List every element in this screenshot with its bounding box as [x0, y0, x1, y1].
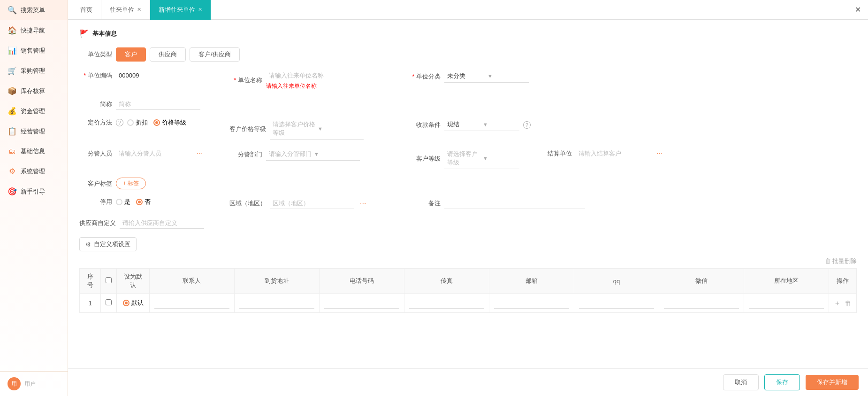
tab-new-counterpart[interactable]: 新增往来单位 ✕ [150, 0, 211, 20]
row-email[interactable] [489, 294, 574, 313]
delete-row-icon[interactable]: 🗑 [845, 299, 852, 307]
chevron-down-icon2: ▼ [318, 126, 361, 132]
sidebar: 🔍 搜索菜单 🏠 快捷导航 📊 销售管理 🛒 采购管理 📦 库存核算 💰 资金管… [0, 0, 68, 396]
customer-level-label: 客户等级 [408, 155, 441, 163]
pricing-discount[interactable]: 折扣 [127, 118, 148, 127]
sidebar-item-quick-nav[interactable]: 🏠 快捷导航 [0, 20, 68, 40]
settlement-more-button[interactable]: ··· [655, 149, 664, 158]
close-new-counterpart-tab[interactable]: ✕ [198, 7, 202, 13]
tab-home[interactable]: 首页 [72, 0, 101, 20]
settlement-input[interactable] [576, 148, 651, 159]
department-select[interactable]: 请输入分管部门 ▼ [266, 148, 360, 161]
unit-type-both[interactable]: 客户/供应商 [190, 47, 240, 62]
manager-row: 分管人员 ··· 分管部门 请输入分管部门 ▼ 客户等级 请选择客户等级 ▼ 结… [79, 148, 857, 169]
no-radio[interactable] [136, 199, 143, 205]
row-fax[interactable] [404, 294, 489, 313]
delete-icon: 🗑 [825, 257, 831, 264]
col-email: 邮箱 [489, 269, 574, 294]
cancel-button[interactable]: 取消 [723, 374, 759, 390]
yes-radio[interactable] [116, 199, 122, 205]
customer-price-placeholder: 请选择客户价格等级 [273, 120, 316, 137]
unit-type-label: 单位类型 [79, 50, 112, 59]
region-input[interactable] [270, 198, 354, 209]
col-address: 到货地址 [234, 269, 319, 294]
save-button[interactable]: 保存 [764, 374, 800, 390]
unit-type-field: 单位类型 客户 供应商 客户/供应商 [79, 47, 857, 62]
save-and-new-button[interactable]: 保存并新增 [806, 375, 859, 390]
abbreviation-input[interactable] [116, 99, 200, 110]
custom-settings-button[interactable]: ⚙ 自定义项设置 [79, 237, 137, 251]
sidebar-footer: 用 用户 [0, 371, 68, 396]
window-close-button[interactable]: ✕ [851, 3, 864, 16]
row-checkbox[interactable] [106, 299, 112, 305]
disabled-yes[interactable]: 是 [116, 198, 130, 206]
row-check[interactable] [101, 294, 117, 313]
unit-category-select[interactable]: 未分类 ▼ [444, 70, 529, 83]
disabled-no[interactable]: 否 [136, 198, 151, 206]
col-default: 设为默认 [117, 269, 150, 294]
unit-type-supplier[interactable]: 供应商 [150, 47, 186, 62]
flag-icon: 🚩 [79, 29, 89, 38]
sidebar-item-guide[interactable]: 🎯 新手引导 [0, 181, 68, 202]
sidebar-item-sales[interactable]: 📊 销售管理 [0, 40, 68, 61]
col-contact: 联系人 [149, 269, 234, 294]
sidebar-item-operations[interactable]: 📋 经营管理 [0, 121, 68, 141]
pricing-help-icon[interactable]: ? [116, 119, 123, 126]
discount-radio[interactable] [127, 119, 134, 126]
sidebar-item-basic-info[interactable]: 🗂 基础信息 [0, 141, 68, 161]
region-more-button[interactable]: ··· [358, 199, 368, 208]
payment-help-icon[interactable]: ? [523, 121, 531, 129]
manager-input[interactable] [116, 148, 191, 159]
contact-table: 序号 设为默认 联系人 到货地址 电话号码 传真 邮箱 qq 微信 所在地区 操… [79, 268, 857, 313]
grade-radio[interactable] [153, 119, 160, 126]
batch-delete-button[interactable]: 🗑 批量删除 [79, 257, 857, 265]
unit-type-customer[interactable]: 客户 [116, 47, 146, 62]
supplier-custom-input[interactable] [120, 217, 204, 229]
manager-more-button[interactable]: ··· [195, 149, 205, 158]
add-tag-button[interactable]: + 标签 [116, 178, 146, 189]
custom-settings-section: ⚙ 自定义项设置 [79, 237, 857, 257]
pricing-row: 定价方法 ? 折扣 价格等级 客户价格等级 请选择客户价格等级 [79, 118, 857, 140]
select-all-checkbox[interactable] [106, 277, 112, 283]
row-qq[interactable] [574, 294, 659, 313]
home-icon: 🏠 [8, 26, 17, 35]
avatar: 用 [8, 377, 21, 390]
close-counterparts-tab[interactable]: ✕ [137, 7, 141, 13]
sidebar-item-search[interactable]: 🔍 搜索菜单 [0, 0, 68, 20]
sidebar-item-finance[interactable]: 💰 资金管理 [0, 101, 68, 121]
department-label: 分管部门 [229, 150, 262, 159]
unit-name-input[interactable] [266, 70, 369, 81]
sidebar-item-inventory[interactable]: 📦 库存核算 [0, 81, 68, 101]
sidebar-item-system[interactable]: ⚙ 系统管理 [0, 161, 68, 181]
default-radio[interactable] [123, 300, 129, 306]
money-icon: 💰 [8, 107, 17, 116]
add-row-icon[interactable]: ＋ [834, 299, 841, 308]
bottom-bar: 取消 保存 保存并新增 [68, 368, 868, 396]
main-area: 首页 往来单位 ✕ 新增往来单位 ✕ ✕ 🚩 基本信息 单位类型 客户 供应商 … [68, 0, 868, 396]
unit-code-input[interactable] [116, 70, 200, 81]
row-phone[interactable] [319, 294, 404, 313]
row-contact[interactable] [149, 294, 234, 313]
tags-row: 客户标签 + 标签 [79, 178, 857, 189]
pricing-grade[interactable]: 价格等级 [153, 118, 186, 127]
tags-label: 客户标签 [79, 179, 112, 188]
col-fax: 传真 [404, 269, 489, 294]
unit-type-row: 单位类型 客户 供应商 客户/供应商 [79, 47, 857, 62]
table-header-row: 序号 设为默认 联系人 到货地址 电话号码 传真 邮箱 qq 微信 所在地区 操… [80, 269, 857, 294]
box-icon: 📦 [8, 86, 17, 95]
row-wechat[interactable] [659, 294, 744, 313]
disabled-options: 是 否 [116, 198, 151, 206]
row-address[interactable] [234, 294, 319, 313]
col-phone: 电话号码 [319, 269, 404, 294]
disabled-row: 停用 是 否 区域（地区） ··· 备注 [79, 198, 857, 209]
customer-level-select[interactable]: 请选择客户等级 ▼ [444, 148, 519, 169]
payment-label: 收款条件 [408, 121, 441, 129]
sidebar-item-purchase[interactable]: 🛒 采购管理 [0, 61, 68, 81]
payment-select[interactable]: 现结 ▼ [444, 118, 519, 131]
customer-price-select[interactable]: 请选择客户价格等级 ▼ [270, 118, 364, 140]
remark-input[interactable] [444, 198, 585, 209]
row-action: ＋ 🗑 [829, 294, 856, 313]
row-region[interactable] [744, 294, 829, 313]
folder-icon: 🗂 [8, 147, 17, 155]
tab-counterparts[interactable]: 往来单位 ✕ [101, 0, 150, 20]
